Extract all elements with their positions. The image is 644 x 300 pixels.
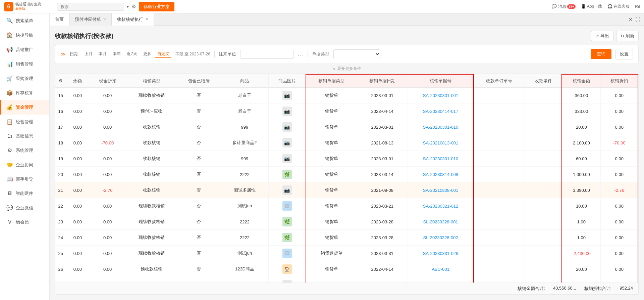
cell-cancel-voucher-type: 销货单 [306,167,357,182]
sidebar-item-smart-hw[interactable]: 🖥 智能硬件 [0,186,49,201]
cancel-no-link[interactable]: SA-20230414-017 [423,109,459,114]
table-row[interactable]: 23 0.00 0.00 现续收款核销 否 2222 🌿 销货单 2023-03… [55,214,638,230]
sidebar-item-operations[interactable]: 📋 经营管理 [0,115,49,129]
close-receipt-cancel-icon[interactable]: ✕ [145,17,148,22]
sidebar-item-finance[interactable]: 💰 资金管理 [0,100,49,115]
query-button[interactable]: 查询 [591,49,611,59]
table-row[interactable]: 15 0.00 0.00 现续收款核销 否 老白干 📷 销货单 2023-03-… [55,88,638,103]
th-settings[interactable]: ⚙ [55,74,66,88]
cell-cancel-no[interactable]: SL-20230328-002 [408,230,474,246]
cell-cancel-no[interactable]: SA-20230314-008 [408,167,474,182]
cell-cash-discount: 0.00 [89,119,126,135]
filter-this-month[interactable]: 本月 [97,50,109,58]
message-icon-area[interactable]: 💬 消息 99+ [552,4,576,9]
cancel-no-link[interactable]: SL-20230328-001 [423,219,458,224]
online-service-link[interactable]: 🎧 在线客服 [607,4,630,9]
cell-balance: 0.00 [66,167,89,182]
cancel-no-link[interactable]: SA-20230321-012 [423,204,459,209]
table-row[interactable]: 21 0.00 -2.76 收款核销 否 测试多属性 📷 销货单 2021-08… [55,182,638,198]
cell-cancel-type: 收款核销 [126,119,177,135]
tab-receipt-cancel[interactable]: 收款核销执行 ✕ [112,13,154,26]
cell-cancel-no[interactable]: SA-20230321-012 [408,198,474,214]
cell-cancel-no[interactable]: SL-20230408-001 [408,277,474,283]
cell-cancel-amount: 20.00 [562,119,601,135]
sidebar-item-basic-info[interactable]: 🗂 基础信息 [0,129,49,143]
cancel-no-link[interactable]: SA-20230301-010 [423,125,459,130]
cell-product-img: 📷 [269,135,306,151]
sidebar-item-inventory[interactable]: 📦 库存核算 [0,86,49,100]
user-name: Rit [635,4,640,9]
table-row[interactable]: 24 0.00 0.00 现续收款核销 否 2222 🌿 销货单 2023-03… [55,230,638,246]
cell-balance: 0.00 [66,261,89,277]
table-row[interactable]: 20 0.00 0.00 收款核销 否 2222 🌿 销货单 2023-03-1… [55,167,638,182]
filter-more[interactable]: 更多 [141,50,153,58]
gear-icon[interactable]: ⚙ [131,3,136,10]
table-row[interactable]: 18 0.00 -70.00 收款核销 否 多计量商品2 📷 销货单 2021-… [55,135,638,151]
table-row[interactable]: 27 0.00 0.00 现续收款核销 否 衣服00001 📷 销货单 2023… [55,277,638,283]
export-button[interactable]: ↗ 导出 [591,31,613,41]
close-window-icon[interactable]: ✕ [629,17,633,22]
table-row[interactable]: 22 0.00 0.00 现续收款核销 否 测试jun 🖼 销货单 2023-0… [55,198,638,214]
tab-prepay[interactable]: 预付冲应付单 ✕ [69,13,112,26]
cell-product-img: 📷 [269,88,306,103]
sidebar-item-enterprise[interactable]: 🤝 企业协同 [0,158,49,172]
cancel-no-link[interactable]: SA-20210813-001 [423,140,459,145]
from-unit-input[interactable] [240,50,294,59]
settings-button[interactable]: 设置 [615,49,633,59]
sidebar-item-guide[interactable]: 📖 新手引导 [0,172,49,186]
cell-cancel-no[interactable]: SA-20210813-001 [408,135,474,151]
footer-cancel-discount-label: 核销折扣合计: [584,286,612,292]
dropdown-toggle[interactable]: ▾ [127,4,129,9]
cell-product: 老白干 [221,103,268,119]
sidebar-item-vip[interactable]: V 畅会员 [0,215,49,229]
table-row[interactable]: 17 0.00 0.00 收款核销 否 999 📷 销货单 2023-03-01… [55,119,638,135]
cell-include-settled: 否 [177,103,221,119]
cancel-no-link[interactable]: SA-20210808-001 [423,188,459,193]
filter-this-year[interactable]: 本年 [111,50,123,58]
sidebar-item-marketing[interactable]: 📢 营销推广 [0,42,49,57]
refresh-button[interactable]: ↻ 刷新 [616,31,639,41]
cell-no: 21 [55,182,66,198]
cell-cancel-no[interactable]: SA-20210808-001 [408,182,474,198]
expand-bar: ∨ 展开更多条件 [55,66,639,72]
logo-badge: 标推版 [15,6,41,11]
cancel-no-link[interactable]: SA-20230331-026 [423,251,459,256]
cancel-no-link[interactable]: SL-20230328-002 [423,235,458,240]
table-scroll[interactable]: ⚙ 余额 现金折扣 核销类型 包含已结清 商品 商品图片 核销单据类型 核销单据… [55,74,638,283]
close-prepay-icon[interactable]: ✕ [103,17,106,22]
th-cash-discount: 现金折扣 [89,74,126,88]
sidebar-item-search[interactable]: 🔍 搜索菜单 [0,13,49,28]
tab-home[interactable]: 首页 [50,13,69,26]
cell-cancel-no[interactable]: SL-20230328-001 [408,214,474,230]
voucher-type-select[interactable] [333,49,380,59]
sidebar-item-quick-nav[interactable]: 🏠 快捷导航 [0,28,49,42]
cell-cancel-no[interactable]: SA-20230301-010 [408,151,474,167]
app-download-link[interactable]: 📱 App下载 [581,4,602,9]
filter-last-month[interactable]: 上月 [83,50,95,58]
filter-toggle-btn[interactable]: ≫ [61,51,66,57]
table-row[interactable]: 26 0.00 0.00 预收款核销 否 123D商品 🏠 销货单 2022-0… [55,261,638,277]
filter-last7[interactable]: 近7天 [125,50,139,58]
cell-cancel-no[interactable]: SA-20230301-001 [408,88,474,103]
cancel-no-link[interactable]: SA-20230314-008 [423,172,459,177]
expand-more-btn[interactable]: ∨ 展开更多条件 [333,66,361,72]
sidebar-item-sales[interactable]: 📊 销售管理 [0,57,49,71]
cancel-no-link[interactable]: SA-20230301-001 [423,93,459,98]
maximize-icon[interactable]: ⛶ [635,17,640,22]
sidebar-item-purchase[interactable]: 🛒 采购管理 [0,71,49,86]
table-row[interactable]: 16 0.00 0.00 预付冲应收 否 老白干 📷 销货单 2023-04-1… [55,103,638,119]
cell-cancel-no[interactable]: SA-20230414-017 [408,103,474,119]
filter-custom[interactable]: 自定义 [155,50,171,58]
search-input[interactable] [57,3,124,11]
sidebar-item-system[interactable]: ⚙ 系统管理 [0,143,49,158]
table-row[interactable]: 19 0.00 0.00 收款核销 否 999 📷 销货单 2023-03-01… [55,151,638,167]
cell-cancel-no[interactable]: SA-20230301-010 [408,119,474,135]
cell-cancel-no[interactable]: ABC-001 [408,261,474,277]
table-row[interactable]: 25 0.00 0.00 现续收款核销 否 测试jun 🖼 销货退货单 2023… [55,246,638,261]
cell-cancel-no[interactable]: SA-20230331-026 [408,246,474,261]
cancel-no-link[interactable]: ABC-001 [432,267,449,272]
cancel-no-link[interactable]: SA-20230301-010 [423,156,459,161]
cell-no: 18 [55,135,66,151]
sidebar-item-wechat[interactable]: 💬 企业微信 [0,201,49,215]
promo-button[interactable]: 休验行业方案 [139,2,174,11]
